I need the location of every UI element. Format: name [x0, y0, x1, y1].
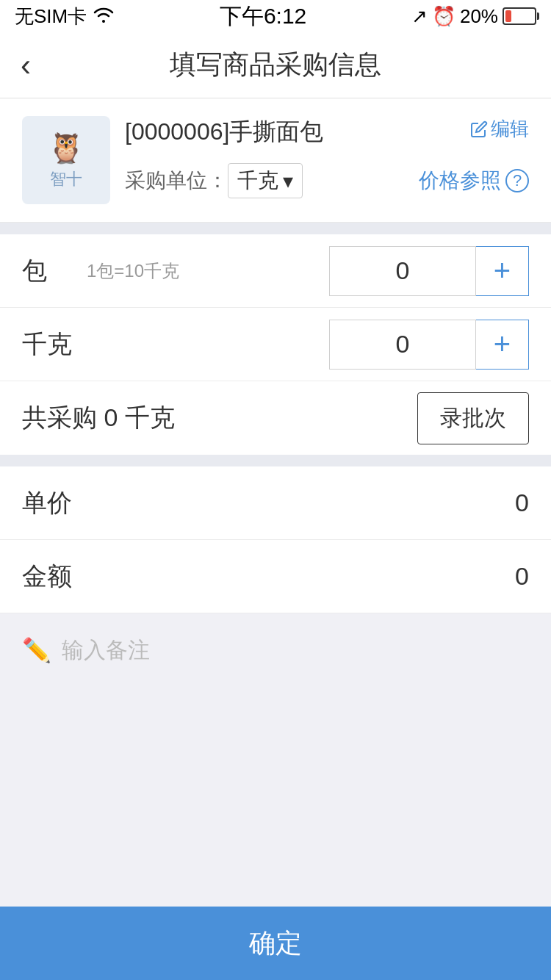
back-button[interactable]: ‹ [21, 48, 31, 83]
price-label: 单价 [22, 486, 72, 520]
kg-plus-button[interactable]: + [476, 320, 529, 370]
note-section[interactable]: ✏️ 输入备注 [0, 613, 551, 687]
bag-input-control: + [329, 246, 529, 296]
unit-select[interactable]: 千克 ▾ [228, 163, 303, 198]
status-time: 下午6:12 [220, 1, 306, 32]
summary-text: 共采购 0 千克 [22, 401, 175, 435]
battery-percent: 20% [460, 5, 498, 28]
status-bar: 无SIM卡 下午6:12 ↗ ⏰ 20% [0, 0, 551, 32]
nav-bar: ‹ 填写商品采购信息 [0, 32, 551, 98]
wifi-icon [93, 5, 115, 28]
product-image-label: 智十 [50, 168, 82, 190]
product-image: 🦉 智十 [22, 116, 110, 204]
location-icon: ↗ [411, 5, 428, 28]
price-ref-button[interactable]: 价格参照 ? [419, 167, 529, 195]
kg-label: 千克 [22, 328, 81, 361]
kg-input-row: 千克 + [0, 308, 551, 381]
section-divider-2 [0, 455, 551, 466]
unit-label: 采购单位： [125, 167, 228, 195]
product-image-icon: 🦉 [48, 131, 84, 165]
bag-quantity-input[interactable] [329, 246, 476, 296]
carrier-text: 无SIM卡 [15, 4, 87, 29]
bag-sub-label: 1包=10千克 [87, 259, 329, 283]
product-name: [0000006]手撕面包 [125, 116, 323, 148]
status-left: 无SIM卡 [15, 4, 115, 29]
price-row: 单价 0 [0, 466, 551, 540]
kg-input-control: + [329, 320, 529, 370]
amount-value: 0 [515, 562, 529, 591]
alarm-icon: ⏰ [432, 5, 455, 28]
bag-input-row: 包 1包=10千克 + [0, 234, 551, 308]
section-divider-1 [0, 223, 551, 234]
unit-value: 千克 [237, 167, 278, 195]
status-right: ↗ ⏰ 20% [411, 5, 536, 28]
summary-row: 共采购 0 千克 录批次 [0, 381, 551, 455]
bag-plus-button[interactable]: + [476, 246, 529, 296]
note-icon: ✏️ [22, 636, 51, 664]
amount-label: 金额 [22, 560, 72, 594]
note-placeholder: 输入备注 [62, 635, 150, 666]
product-info: [0000006]手撕面包 编辑 采购单位： 千克 ▾ [125, 116, 529, 198]
bag-label: 包 [22, 254, 81, 288]
battery-icon [503, 7, 536, 25]
price-ref-help-icon: ? [505, 169, 529, 192]
page-title: 填写商品采购信息 [170, 47, 381, 83]
batch-button[interactable]: 录批次 [417, 392, 529, 444]
dropdown-arrow-icon: ▾ [283, 169, 293, 193]
edit-button[interactable]: 编辑 [470, 116, 529, 142]
kg-quantity-input[interactable] [329, 320, 476, 370]
price-value: 0 [515, 489, 529, 517]
confirm-button[interactable]: 确定 [0, 907, 551, 980]
product-card: 🦉 智十 [0000006]手撕面包 编辑 采购单位： [0, 98, 551, 223]
amount-row: 金额 0 [0, 540, 551, 613]
